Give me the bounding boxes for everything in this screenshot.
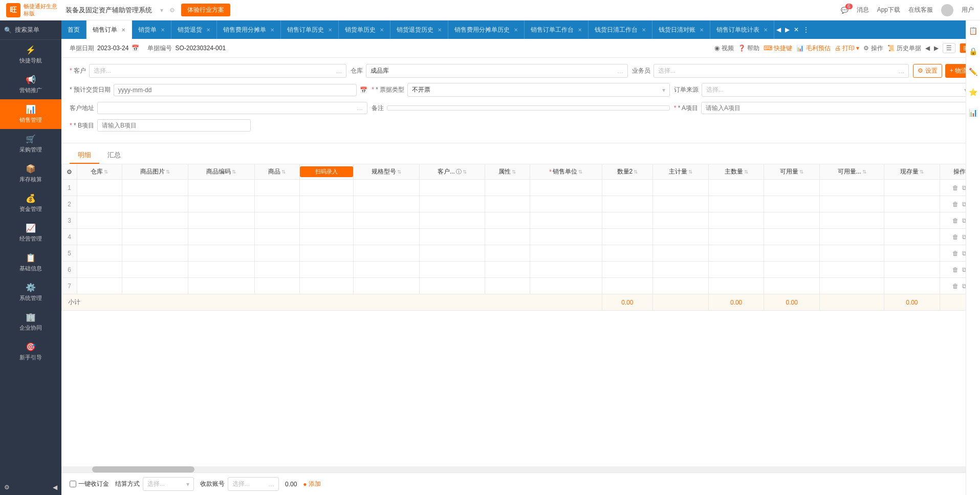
cell-3-qty2[interactable] <box>602 212 652 229</box>
cell-4-product[interactable] <box>254 229 299 245</box>
customer-address-input[interactable]: … <box>97 102 367 114</box>
tab-close-all[interactable]: ✕ <box>792 26 801 33</box>
cell-3-custcode[interactable] <box>420 212 485 229</box>
cell-2-qty2[interactable] <box>602 196 652 212</box>
settings-button[interactable]: ⚙ 设置 <box>913 64 942 78</box>
cell-7-stock[interactable] <box>884 278 940 294</box>
cell-1-warehouse[interactable] <box>77 180 122 196</box>
scan-btn[interactable]: 扫码录入 <box>300 166 353 177</box>
cell-2-product[interactable] <box>254 196 299 212</box>
cell-3-scan[interactable] <box>299 212 353 229</box>
cell-1-avail[interactable] <box>764 180 820 196</box>
table-scrollbar[interactable] <box>61 466 980 472</box>
collapse-icon[interactable]: ◀ <box>53 484 57 491</box>
cell-1-unit[interactable] <box>530 180 602 196</box>
cell-1-availmore[interactable] <box>820 180 884 196</box>
cell-6-scan[interactable] <box>299 262 353 278</box>
sidebar-search[interactable]: 🔍 搜索菜单 <box>0 20 61 40</box>
cell-2-stock[interactable] <box>884 196 940 212</box>
sidebar-item-system[interactable]: ⚙️ 系统管理 <box>0 277 61 307</box>
cell-5-img[interactable] <box>122 245 188 262</box>
cell-4-mainunit[interactable] <box>653 229 709 245</box>
cell-6-avail[interactable] <box>764 262 820 278</box>
col-warehouse[interactable]: 仓库⇅ <box>77 164 122 180</box>
tab-sales-workbench[interactable]: 销售订单工作台 ✕ <box>525 20 589 39</box>
cell-5-product[interactable] <box>254 245 299 262</box>
delivery-date-calendar-icon[interactable]: 📅 <box>360 87 367 94</box>
cell-2-scan[interactable] <box>299 196 353 212</box>
cell-4-stock[interactable] <box>884 229 940 245</box>
right-panel-btn-4[interactable]: ⭐ <box>967 86 979 98</box>
message-icon[interactable]: 💬6 <box>841 7 848 14</box>
cell-1-mainunit[interactable] <box>653 180 709 196</box>
salesperson-ellipsis[interactable]: … <box>898 68 904 75</box>
cell-3-avail[interactable] <box>764 212 820 229</box>
cell-3-unit[interactable] <box>530 212 602 229</box>
tab-cash-daily-close[interactable]: ✕ <box>642 27 646 33</box>
add-button[interactable]: ● 添加 <box>303 480 320 488</box>
sidebar-item-marketing[interactable]: 📢 营销推广 <box>0 70 61 99</box>
cell-7-img[interactable] <box>122 278 188 294</box>
cell-5-warehouse[interactable] <box>77 245 122 262</box>
cell-3-mainunit[interactable] <box>653 212 709 229</box>
date-value[interactable]: 2023-03-24 <box>97 45 128 52</box>
cell-3-img[interactable] <box>122 212 188 229</box>
tab-sales-fee-history[interactable]: 销售费用分摊单历史 ✕ <box>448 20 525 39</box>
cell-2-code[interactable] <box>188 196 254 212</box>
sidebar-item-purchase[interactable]: 🛒 采购管理 <box>0 129 61 159</box>
delivery-date-input[interactable] <box>114 84 357 96</box>
customer-ellipsis[interactable]: … <box>336 68 342 75</box>
sidebar-item-sales[interactable]: 📊 销售管理 <box>0 99 61 129</box>
col-product[interactable]: 商品⇅ <box>254 164 299 180</box>
cell-1-mainqty[interactable] <box>708 180 764 196</box>
cell-4-avail[interactable] <box>764 229 820 245</box>
cell-4-unit[interactable] <box>530 229 602 245</box>
cell-4-mainqty[interactable] <box>708 229 764 245</box>
sidebar-item-basic-info[interactable]: 📋 基础信息 <box>0 248 61 277</box>
col-attribute[interactable]: 属性⇅ <box>485 164 530 180</box>
sidebar-item-quick-nav[interactable]: ⚡ 快捷导航 <box>0 40 61 70</box>
cell-5-custcode[interactable] <box>420 245 485 262</box>
tab-sales-order-history-close[interactable]: ✕ <box>328 27 332 33</box>
cell-2-availmore[interactable] <box>820 196 884 212</box>
cell-1-stock[interactable] <box>884 180 940 196</box>
cell-6-stock[interactable] <box>884 262 940 278</box>
right-panel-btn-2[interactable]: 🔒 <box>967 45 979 57</box>
col-spec[interactable]: 规格型号⇅ <box>353 164 419 180</box>
cell-7-code[interactable] <box>188 278 254 294</box>
b-project-input[interactable] <box>97 119 251 132</box>
tab-sales-summary[interactable]: 销售订单统计表 ✕ <box>710 20 774 39</box>
online-service-link[interactable]: 在线客服 <box>908 6 933 14</box>
tab-sales-fee-split[interactable]: 销售费用分摊单 ✕ <box>217 20 281 39</box>
cell-5-qty2[interactable] <box>602 245 652 262</box>
right-panel-btn-5[interactable]: 📊 <box>967 106 979 119</box>
col-customer-code[interactable]: 客户...ⓘ⇅ <box>420 164 485 180</box>
system-dropdown-icon[interactable]: ▾ <box>160 7 163 14</box>
cell-1-img[interactable] <box>122 180 188 196</box>
tab-sales-order-close[interactable]: ✕ <box>121 27 125 33</box>
cell-7-product[interactable] <box>254 278 299 294</box>
cell-4-custcode[interactable] <box>420 229 485 245</box>
table-tab-summary[interactable]: 汇总 <box>99 147 129 164</box>
cell-6-attr[interactable] <box>485 262 530 278</box>
cell-4-attr[interactable] <box>485 229 530 245</box>
tab-home[interactable]: 首页 <box>61 20 86 39</box>
solution-button[interactable]: 体验行业方案 <box>181 4 230 16</box>
cell-7-avail[interactable] <box>764 278 820 294</box>
cell-2-avail[interactable] <box>764 196 820 212</box>
cell-6-qty2[interactable] <box>602 262 652 278</box>
cell-7-warehouse[interactable] <box>77 278 122 294</box>
tab-sales-order-history[interactable]: 销售订单历史 ✕ <box>281 20 339 39</box>
cell-1-spec[interactable] <box>353 180 419 196</box>
cell-2-mainqty[interactable] <box>708 196 764 212</box>
cell-3-warehouse[interactable] <box>77 212 122 229</box>
settings-icon[interactable]: ⚙ <box>167 7 177 14</box>
cell-7-scan[interactable] <box>299 278 353 294</box>
row-2-delete-icon[interactable]: 🗑 <box>952 201 959 208</box>
payment-method-arrow[interactable]: ▾ <box>186 481 189 488</box>
row-7-delete-icon[interactable]: 🗑 <box>952 283 959 290</box>
cell-6-unit[interactable] <box>530 262 602 278</box>
col-sales-unit[interactable]: *销售单位⇅ <box>530 164 602 180</box>
history-btn[interactable]: 📜 历史单据 <box>887 44 921 53</box>
cell-2-attr[interactable] <box>485 196 530 212</box>
